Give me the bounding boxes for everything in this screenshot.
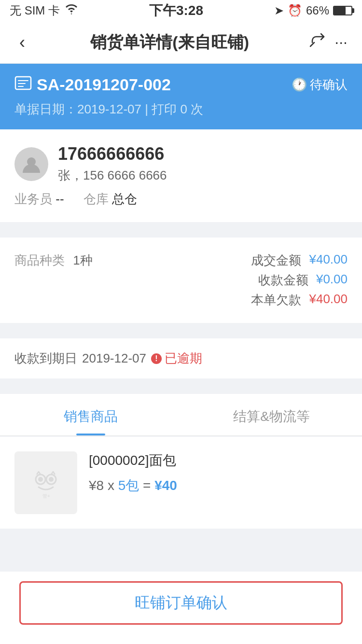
salesperson-value: -- <box>56 192 64 206</box>
product-name: [0000002]面包 <box>89 451 348 470</box>
product-kinds-value: 1种 <box>73 253 92 267</box>
received-label: 收款金额 <box>258 272 308 289</box>
product-kinds-label: 商品种类 <box>14 253 65 267</box>
overdue-icon: ! <box>151 353 162 364</box>
status-bar: 无 SIM 卡 下午3:28 ➤ ⏰ 66% <box>0 0 362 21</box>
order-icon <box>14 75 32 94</box>
salesperson-label: 业务员 <box>14 192 52 206</box>
customer-phone: 17666666666 <box>58 144 167 164</box>
received-value: ¥0.00 <box>316 272 348 289</box>
page-title: 销货单详情(来自旺铺) <box>90 31 249 54</box>
due-date-label: 收款到期日 <box>14 350 77 367</box>
avatar <box>14 147 48 181</box>
confirm-order-button[interactable]: 旺铺订单确认 <box>19 581 343 625</box>
warehouse-label: 仓库 <box>84 192 109 206</box>
share-icon[interactable] <box>309 33 325 52</box>
product-image: 管+ <box>14 451 77 514</box>
product-qty: 5包 <box>118 478 139 493</box>
divider-2 <box>0 331 362 338</box>
equals-sign: = <box>143 478 154 493</box>
order-status: 🕐 待确认 <box>292 76 348 93</box>
stats-section: 商品种类 1种 成交金额 ¥40.00 收款金额 ¥0.00 本单欠款 ¥40.… <box>0 238 362 323</box>
order-number: SA-20191207-002 <box>14 75 171 94</box>
due-date-value: 2019-12-07 <box>82 351 146 366</box>
battery-percent: 66% <box>306 4 329 17</box>
confirm-btn-wrapper: 旺铺订单确认 <box>0 572 362 644</box>
divider-1 <box>0 230 362 238</box>
tab-settlement[interactable]: 结算&物流等 <box>181 394 362 435</box>
customer-section: 17666666666 张，156 6666 6666 业务员 -- 仓库 总仓 <box>0 129 362 222</box>
stats-right: 成交金额 ¥40.00 收款金额 ¥0.00 本单欠款 ¥40.00 <box>251 252 348 308</box>
order-header: SA-20191207-002 🕐 待确认 单据日期：2019-12-07 | … <box>0 64 362 129</box>
customer-info-row: 业务员 -- 仓库 总仓 <box>14 191 348 208</box>
warehouse-value: 总仓 <box>112 192 137 206</box>
battery-icon <box>333 6 352 15</box>
due-section: 收款到期日 2019-12-07 ! 已逾期 <box>0 338 362 378</box>
tabs-section: 销售商品 结算&物流等 <box>0 394 362 436</box>
overdue-text: 已逾期 <box>165 350 202 367</box>
svg-point-4 <box>38 477 43 482</box>
due-label: 本单欠款 <box>251 292 301 308</box>
carrier-label: 无 SIM 卡 <box>10 3 60 18</box>
nav-actions: ··· <box>309 33 348 52</box>
order-meta: 单据日期：2019-12-07 | 打印 0 次 <box>14 101 348 118</box>
due-value: ¥40.00 <box>309 292 348 308</box>
transaction-label: 成交金额 <box>251 252 301 269</box>
customer-name: 张，156 6666 6666 <box>58 167 167 184</box>
status-left: 无 SIM 卡 <box>10 3 78 18</box>
wifi-icon <box>65 4 78 17</box>
more-icon[interactable]: ··· <box>334 33 348 51</box>
multiply-sign: x <box>108 478 118 493</box>
tab-products[interactable]: 销售商品 <box>0 394 181 435</box>
divider-3 <box>0 386 362 394</box>
transaction-value: ¥40.00 <box>309 252 348 269</box>
status-time: 下午3:28 <box>149 1 203 20</box>
back-button[interactable]: ‹ <box>14 28 30 57</box>
product-section: 管+ [0000002]面包 ¥8 x 5包 = ¥40 <box>0 437 362 529</box>
status-right: ➤ ⏰ 66% <box>274 4 352 17</box>
status-clock-icon: 🕐 <box>292 77 307 92</box>
product-price: ¥8 x 5包 = ¥40 <box>89 476 348 495</box>
svg-text:管+: 管+ <box>42 493 50 499</box>
overdue-badge: ! 已逾期 <box>151 350 202 367</box>
alarm-icon: ⏰ <box>288 4 302 17</box>
product-total: ¥40 <box>154 478 177 493</box>
location-icon: ➤ <box>274 4 284 17</box>
nav-bar: ‹ 销货单详情(来自旺铺) ··· <box>0 21 362 64</box>
stats-left: 商品种类 1种 <box>14 252 93 269</box>
svg-point-5 <box>49 477 54 482</box>
product-info: [0000002]面包 ¥8 x 5包 = ¥40 <box>89 451 348 495</box>
